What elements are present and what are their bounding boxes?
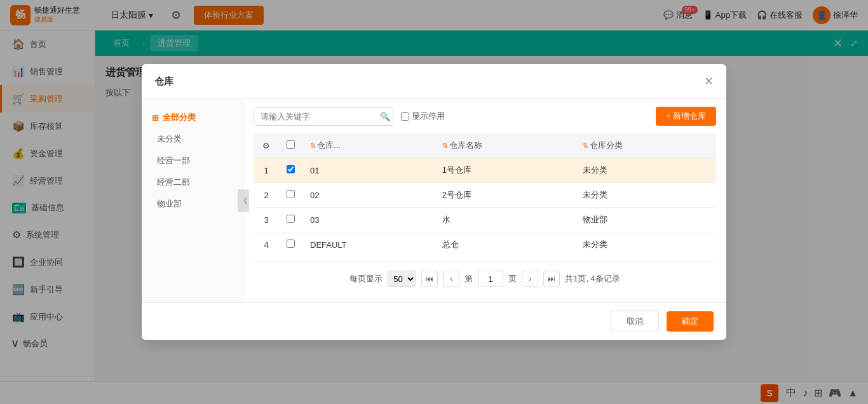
- row-check-1[interactable]: [287, 190, 295, 198]
- warehouse-modal: 仓库 ✕ ⊞ 全部分类 未分类 经营一部 经营二部 物业部 《: [142, 64, 726, 340]
- add-warehouse-button[interactable]: + 新增仓库: [656, 107, 716, 126]
- page-number-input[interactable]: [478, 271, 503, 287]
- category-unclassified[interactable]: 未分类: [142, 128, 243, 150]
- table-body: 1 01 1号仓库 未分类 2 02 2号仓库 未分类 3 03 水 物业部 4…: [254, 158, 716, 257]
- confirm-button[interactable]: 确定: [667, 311, 714, 332]
- table-container: ⚙ ⇅仓库... ⇅仓库名称 ⇅仓库分类 1 01 1号仓库 未分类 2: [254, 133, 716, 257]
- search-input[interactable]: [254, 108, 374, 125]
- category-dept1[interactable]: 经营一部: [142, 150, 243, 172]
- warehouse-table: ⚙ ⇅仓库... ⇅仓库名称 ⇅仓库分类 1 01 1号仓库 未分类 2: [254, 133, 716, 257]
- page-label: 第: [465, 273, 473, 285]
- first-page-button[interactable]: ⏮: [421, 271, 438, 287]
- row-index-0: 1: [254, 158, 279, 183]
- total-info: 共1页, 4条记录: [565, 273, 620, 285]
- row-index-1: 2: [254, 183, 279, 208]
- modal-toolbar: 🔍 显示停用 + 新增仓库: [254, 107, 716, 126]
- per-page-select[interactable]: 50: [388, 271, 416, 287]
- row-code-0: 01: [302, 158, 435, 183]
- show-disabled-checkbox[interactable]: [401, 112, 409, 121]
- table-header-row: ⚙ ⇅仓库... ⇅仓库名称 ⇅仓库分类: [254, 133, 716, 158]
- modal-overlay[interactable]: 仓库 ✕ ⊞ 全部分类 未分类 经营一部 经营二部 物业部 《: [0, 0, 868, 404]
- sort-icon-category: ⇅: [583, 142, 588, 149]
- row-code-2: 03: [302, 208, 435, 232]
- all-category-label: 全部分类: [163, 112, 196, 123]
- table-row[interactable]: 1 01 1号仓库 未分类: [254, 158, 716, 183]
- show-disabled-label[interactable]: 显示停用: [401, 111, 445, 122]
- row-check-2[interactable]: [287, 215, 295, 223]
- table-head: ⚙ ⇅仓库... ⇅仓库名称 ⇅仓库分类: [254, 133, 716, 158]
- row-category-2: 物业部: [575, 208, 716, 232]
- search-input-wrap: 🔍: [254, 107, 393, 126]
- category-property[interactable]: 物业部: [142, 193, 243, 215]
- category-dept2[interactable]: 经营二部: [142, 172, 243, 193]
- sidebar-collapse-button[interactable]: 《: [238, 189, 249, 212]
- table-row[interactable]: 3 03 水 物业部: [254, 208, 716, 232]
- row-name-2: 水: [435, 208, 576, 232]
- row-check-3[interactable]: [287, 239, 295, 248]
- table-row[interactable]: 2 02 2号仓库 未分类: [254, 183, 716, 208]
- sort-icon-code: ⇅: [310, 142, 316, 149]
- th-name: ⇅仓库名称: [435, 133, 576, 158]
- row-category-1: 未分类: [575, 183, 716, 208]
- row-checkbox-1[interactable]: [279, 183, 302, 208]
- row-category-3: 未分类: [575, 232, 716, 257]
- row-code-3: DEFAULT: [302, 232, 435, 257]
- select-all-checkbox[interactable]: [287, 140, 295, 149]
- table-row[interactable]: 4 DEFAULT 总仓 未分类: [254, 232, 716, 257]
- per-page-label: 每页显示: [349, 273, 383, 285]
- row-index-2: 3: [254, 208, 279, 232]
- row-code-1: 02: [302, 183, 435, 208]
- th-category: ⇅仓库分类: [575, 133, 716, 158]
- row-checkbox-3[interactable]: [279, 232, 302, 257]
- row-name-0: 1号仓库: [435, 158, 576, 183]
- grid-icon: ⊞: [152, 113, 159, 123]
- page-unit-label: 页: [508, 273, 517, 285]
- modal-body: ⊞ 全部分类 未分类 经营一部 经营二部 物业部 《 🔍: [142, 99, 726, 302]
- show-disabled-text: 显示停用: [412, 111, 445, 122]
- th-code: ⇅仓库...: [302, 133, 435, 158]
- modal-header: 仓库 ✕: [142, 64, 726, 99]
- modal-title: 仓库: [154, 76, 173, 88]
- next-page-button[interactable]: ›: [522, 271, 538, 287]
- row-name-3: 总仓: [435, 232, 576, 257]
- row-check-0[interactable]: [287, 165, 295, 173]
- pagination: 每页显示 50 ⏮ ‹ 第 页 › ⏭ 共1页, 4条记录: [254, 262, 716, 295]
- row-checkbox-2[interactable]: [279, 208, 302, 232]
- row-index-3: 4: [254, 232, 279, 257]
- row-name-1: 2号仓库: [435, 183, 576, 208]
- row-category-0: 未分类: [575, 158, 716, 183]
- row-checkbox-0[interactable]: [279, 158, 302, 183]
- last-page-button[interactable]: ⏭: [543, 271, 560, 287]
- modal-main: 🔍 显示停用 + 新增仓库 ⚙: [243, 99, 726, 302]
- all-category-item[interactable]: ⊞ 全部分类: [142, 107, 243, 128]
- cancel-button[interactable]: 取消: [611, 311, 659, 332]
- modal-close-button[interactable]: ✕: [704, 74, 714, 88]
- prev-page-button[interactable]: ‹: [443, 271, 459, 287]
- modal-sidebar: ⊞ 全部分类 未分类 经营一部 经营二部 物业部 《: [142, 99, 243, 302]
- modal-footer: 取消 确定: [142, 302, 726, 340]
- sort-icon-name: ⇅: [442, 142, 448, 149]
- search-icon[interactable]: 🔍: [374, 108, 393, 125]
- th-checkbox: [279, 133, 302, 158]
- th-settings: ⚙: [254, 133, 279, 158]
